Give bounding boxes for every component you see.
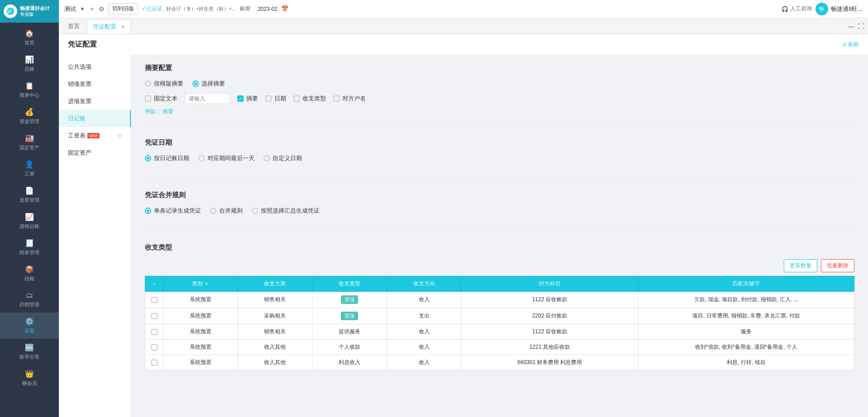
td-direction-5: 收入 <box>387 355 461 370</box>
update-count-button[interactable]: 更新数量 <box>784 259 817 272</box>
radio-single-record[interactable]: 单条记录生成凭证 <box>145 207 201 215</box>
td-checkbox-1[interactable] <box>145 292 163 308</box>
td-keywords-4: 收到*借款, 收到*备用金, 退回*备用金, 个人 <box>638 340 854 355</box>
sidebar-item-assets[interactable]: 🏭 固定资产 <box>0 129 59 156</box>
radio-merge-rule[interactable]: 合并规则 <box>210 207 243 215</box>
radio-period-last-day[interactable]: 对应期间最后一天 <box>198 154 254 162</box>
checkbox-fixed-text[interactable]: 固定文本 <box>145 95 177 103</box>
row3-checkbox[interactable] <box>151 329 158 335</box>
add-workspace-icon[interactable]: ＋ <box>89 5 95 13</box>
leftnav-public[interactable]: 公共选项 <box>59 58 131 76</box>
workspace-dropdown[interactable]: ▼ <box>80 6 85 12</box>
sidebar-item-funds[interactable]: 💰 资金管理 <box>0 103 59 129</box>
batch-delete-button[interactable]: 批量删除 <box>821 259 854 272</box>
sidebar-item-invoice[interactable]: 📄 发票管理 <box>0 182 59 208</box>
leftnav-fixed-assets[interactable]: 固定资产 <box>59 144 131 161</box>
sidebar-label-archive: 归档管理 <box>19 301 39 308</box>
select-all-checkbox[interactable]: ✓ <box>151 281 158 287</box>
content-area: 凭证配置 ↺ 刷新 公共选项 销项发票 进项发票 日记账 <box>59 34 868 417</box>
td-checkbox-4[interactable] <box>145 340 163 355</box>
sidebar-item-guide[interactable]: 🆕 新手引导 <box>0 339 59 365</box>
tab-home[interactable]: 首页 <box>62 19 85 33</box>
sidebar-label-assets: 固定资产 <box>19 144 39 151</box>
calendar-icon[interactable]: 📅 <box>281 5 288 12</box>
radio-custom-date-circle <box>264 155 270 161</box>
purchase-sale-icon: 📈 <box>25 213 34 221</box>
leftnav-purchase-invoice[interactable]: 进项发票 <box>59 93 131 110</box>
checkbox-summary[interactable]: ✓ 摘要 <box>237 95 258 103</box>
td-direction-3: 收入 <box>387 324 461 340</box>
radio-aggregate[interactable]: 按照选择汇总生成凭证 <box>252 207 320 215</box>
user-menu[interactable]: 畅 畅捷通8旺... <box>815 3 863 15</box>
sidebar-item-archive[interactable]: 🗂 归档管理 <box>0 287 59 313</box>
sidebar-label-reports: 报表中心 <box>19 92 39 99</box>
checkbox-type[interactable]: 收支类型 <box>293 95 326 103</box>
radio-custom-date[interactable]: 自定义日期 <box>264 154 302 162</box>
td-major-1: 销售相关 <box>238 292 312 308</box>
switch-version-button[interactable]: 切到旧版 <box>108 3 138 14</box>
service-button[interactable]: 🎧 人工咨询 <box>782 5 812 13</box>
row1-checkbox[interactable] <box>151 297 158 303</box>
checkbox-counterpart[interactable]: 对方户名 <box>333 95 366 103</box>
refresh-icon: ↺ <box>842 42 846 48</box>
th-checkbox[interactable]: ✓ <box>145 276 163 292</box>
td-keywords-3: 服务 <box>638 324 854 340</box>
sidebar-item-close[interactable]: 📦 结账 <box>0 261 59 287</box>
leftnav-journal[interactable]: 日记账 <box>59 110 131 127</box>
sidebar-label-ledger: 总账 <box>24 66 34 72</box>
expand-icon[interactable]: ▽ <box>117 133 122 139</box>
tab-close-icon[interactable]: ✕ <box>121 24 125 29</box>
radio-select-summary[interactable]: 选择摘要 <box>192 80 225 88</box>
avatar: 畅 <box>815 3 828 15</box>
th-direction: 收支方向 <box>387 276 461 292</box>
leftnav-sales-invoice[interactable]: 销项发票 <box>59 76 131 93</box>
payroll-icon: 👤 <box>25 160 34 169</box>
tab-voucher-config[interactable]: 凭证配置 ✕ <box>87 19 131 34</box>
type-tag-1[interactable]: 置顶 <box>341 295 358 304</box>
th-major-type: 收支大类 <box>238 276 312 292</box>
row5-checkbox[interactable] <box>151 360 158 366</box>
logo-icon: 计 <box>4 5 17 18</box>
row2-checkbox[interactable] <box>151 313 158 319</box>
leftnav-journal-label: 日记账 <box>68 114 86 123</box>
row4-checkbox[interactable] <box>151 344 158 351</box>
refresh-button[interactable]: ↺ 刷新 <box>842 41 859 48</box>
radio-template-summary[interactable]: 按模版摘要 <box>145 80 183 88</box>
radio-aggregate-circle <box>252 208 258 214</box>
sidebar-item-reports[interactable]: 📋 报表中心 <box>0 77 59 103</box>
sidebar-label-invoice: 发票管理 <box>19 197 39 204</box>
summary-config-section: 摘要配置 按模版摘要 选择摘要 <box>145 64 854 125</box>
sidebar-nav: 🏠 首页 📊 总账 📋 报表中心 💰 资金管理 🏭 固定资产 👤 工资 📄 发票… <box>0 23 59 417</box>
svg-text:计: 计 <box>7 9 12 14</box>
td-checkbox-2[interactable] <box>145 308 163 324</box>
td-category-5: 系统预置 <box>163 355 238 370</box>
sidebar-item-home[interactable]: 🏠 首页 <box>0 24 59 51</box>
sidebar-item-member[interactable]: 👑 畅会员 <box>0 365 59 391</box>
sidebar-item-tax[interactable]: 🧾 税务管理 <box>0 234 59 261</box>
fixed-text-input[interactable] <box>185 93 230 104</box>
maximize-icon[interactable]: ⛶ <box>858 23 864 30</box>
member-icon: 👑 <box>25 370 34 378</box>
td-type-2: 置顶 <box>312 308 387 324</box>
minimize-icon[interactable]: — <box>848 23 854 30</box>
radio-template-circle <box>145 81 151 87</box>
settings-gear-icon[interactable]: ⚙ <box>99 5 105 13</box>
table-row: 系统预置 收入其他 利息收入 收入 660301 财务费用 利息费用 利息, 行… <box>145 355 854 370</box>
sidebar-item-payroll[interactable]: 👤 工资 <box>0 156 59 182</box>
leftnav-payslip[interactable]: 工资表 NEW ▽ <box>59 127 131 144</box>
checkbox-date[interactable]: 日期 <box>265 95 286 103</box>
sidebar-item-settings[interactable]: ⚙️ 设置 <box>0 313 59 339</box>
sidebar-item-ledger[interactable]: 📊 总账 <box>0 51 59 77</box>
th-keywords: 匹配关键字 <box>638 276 854 292</box>
td-checkbox-5[interactable] <box>145 355 163 370</box>
td-type-3: 提供服务 <box>312 324 387 340</box>
page-header: 凭证配置 ↺ 刷新 <box>59 34 868 55</box>
td-direction-2: 支出 <box>387 308 461 324</box>
merge-rules-radio-group: 单条记录生成凭证 合并规则 按照选择汇总生成凭证 <box>145 207 854 215</box>
type-tag-2[interactable]: 置顶 <box>341 312 358 320</box>
td-category-4: 系统预置 <box>163 340 238 355</box>
td-checkbox-3[interactable] <box>145 324 163 340</box>
radio-journal-date[interactable]: 按日记账日期 <box>145 154 189 162</box>
td-category-2: 系统预置 <box>163 308 238 324</box>
sidebar-item-purchase-sale[interactable]: 📈 进销台账 <box>0 208 59 234</box>
